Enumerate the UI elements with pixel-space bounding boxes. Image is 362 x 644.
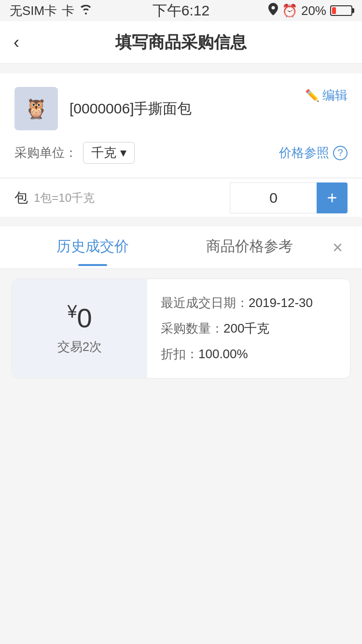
page-title: 填写商品采购信息 bbox=[115, 31, 247, 54]
status-left: 无SIM卡 卡 bbox=[10, 2, 93, 19]
product-card: 🦉 [0000006]手撕面包 ✏️ 编辑 采购单位： 千克 ▾ 价格参照 ? bbox=[0, 73, 362, 177]
back-button[interactable]: ‹ bbox=[14, 32, 19, 53]
edit-button[interactable]: ✏️ 编辑 bbox=[305, 87, 348, 104]
product-meta: 采购单位： 千克 ▾ 价格参照 ? bbox=[14, 142, 348, 164]
carrier-label: 无SIM卡 bbox=[10, 2, 57, 19]
quantity-plus-button[interactable]: + bbox=[317, 182, 348, 213]
nav-bar: ‹ 填写商品采购信息 bbox=[0, 21, 362, 64]
price-left-panel: ¥0 交易2次 bbox=[12, 279, 147, 378]
wifi-icon bbox=[79, 3, 93, 18]
purchase-unit: 采购单位： 千克 ▾ bbox=[14, 142, 135, 164]
quantity-row: 包 1包=10千克 0 + bbox=[0, 178, 362, 217]
quantity-input[interactable]: 0 bbox=[230, 182, 317, 213]
product-logo-icon: 🦉 bbox=[24, 98, 48, 120]
main-content bbox=[0, 388, 362, 630]
sim-card-icon: 卡 bbox=[62, 2, 74, 19]
dropdown-arrow-icon: ▾ bbox=[120, 145, 126, 160]
recent-date-item: 最近成交日期：2019-12-30 bbox=[161, 294, 336, 311]
price-reference-button[interactable]: 价格参照 ? bbox=[279, 144, 348, 161]
tab-product-price-ref[interactable]: 商品价格参考 bbox=[171, 237, 327, 258]
unit-selector[interactable]: 千克 ▾ bbox=[83, 142, 135, 164]
battery-percentage: 20% bbox=[301, 3, 326, 18]
status-time: 下午6:12 bbox=[153, 1, 209, 21]
product-header: 🦉 [0000006]手撕面包 ✏️ 编辑 bbox=[14, 87, 348, 130]
battery-icon bbox=[330, 5, 352, 16]
location-icon bbox=[268, 3, 278, 19]
tabs-container: 历史成交价 商品价格参考 × bbox=[0, 226, 362, 269]
quantity-controls: 0 + bbox=[230, 182, 348, 213]
tab-history-price[interactable]: 历史成交价 bbox=[14, 237, 171, 258]
discount-item: 折扣：100.00% bbox=[161, 346, 336, 363]
help-icon: ? bbox=[333, 146, 348, 160]
product-name: [0000006]手撕面包 bbox=[70, 99, 192, 119]
status-right: ⏰ 20% bbox=[268, 3, 352, 19]
price-right-panel: 最近成交日期：2019-12-30 采购数量：200千克 折扣：100.00% bbox=[147, 279, 350, 378]
product-thumbnail: 🦉 bbox=[14, 87, 58, 130]
alarm-icon: ⏰ bbox=[282, 3, 297, 18]
tabs-close-button[interactable]: × bbox=[328, 233, 348, 263]
price-amount: ¥0 bbox=[67, 302, 92, 334]
product-left: 🦉 [0000006]手撕面包 bbox=[14, 87, 192, 130]
quantity-label: 包 1包=10千克 bbox=[14, 189, 95, 207]
purchase-qty-item: 采购数量：200千克 bbox=[161, 320, 336, 337]
status-bar: 无SIM卡 卡 下午6:12 ⏰ 20% bbox=[0, 0, 362, 21]
edit-icon: ✏️ bbox=[305, 89, 320, 102]
price-card: ¥0 交易2次 最近成交日期：2019-12-30 采购数量：200千克 折扣：… bbox=[12, 279, 350, 378]
trade-count: 交易2次 bbox=[57, 338, 102, 355]
